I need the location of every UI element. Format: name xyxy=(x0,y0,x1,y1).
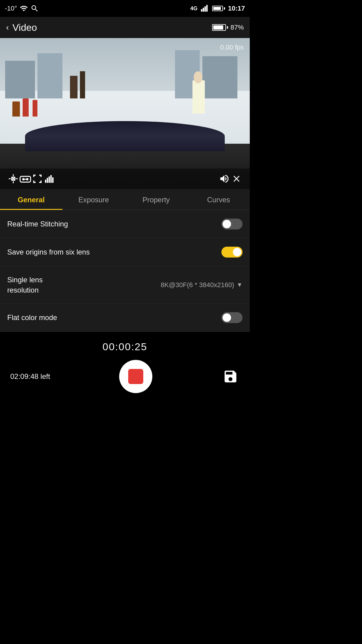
volume-button[interactable] xyxy=(218,173,230,185)
tree-2 xyxy=(80,71,85,98)
status-bar: -10° 4G 10:17 xyxy=(0,0,250,17)
tab-exposure[interactable]: Exposure xyxy=(62,189,125,210)
save-origins-toggle[interactable] xyxy=(221,247,243,258)
realtime-stitching-toggle[interactable] xyxy=(221,219,243,229)
svg-rect-0 xyxy=(201,9,202,11)
status-right: 4G 10:17 xyxy=(190,4,245,13)
building-3 xyxy=(202,56,237,98)
save-origins-row: Save origins from six lens xyxy=(0,238,250,266)
settings-list: Real-time Stitching Save origins from si… xyxy=(0,210,250,332)
status-left: -10° xyxy=(5,4,39,13)
person-right xyxy=(192,80,205,114)
crosshair-icon xyxy=(8,173,19,184)
single-lens-resolution-dropdown[interactable]: 8K@30F(6 * 3840x2160) ▼ xyxy=(160,281,243,289)
close-button[interactable] xyxy=(230,173,243,185)
realtime-stitching-label: Real-time Stitching xyxy=(7,220,221,228)
single-lens-resolution-row: Single lens resolution 8K@30F(6 * 3840x2… xyxy=(0,266,250,304)
record-button[interactable] xyxy=(119,360,152,393)
temperature-label: -10° xyxy=(5,5,17,12)
save-origins-knob xyxy=(233,248,241,256)
svg-rect-14 xyxy=(50,175,52,183)
tab-property[interactable]: Property xyxy=(125,189,187,210)
dark-cover xyxy=(25,121,225,151)
save-button[interactable] xyxy=(221,367,240,386)
header-battery-label: 87% xyxy=(230,24,244,31)
crosshair-button[interactable] xyxy=(7,173,19,185)
back-button[interactable]: ‹ xyxy=(6,23,9,32)
tab-general[interactable]: General xyxy=(0,189,62,210)
single-lens-resolution-label: Single lens resolution xyxy=(7,275,160,295)
network-label: 4G xyxy=(190,5,198,12)
fps-label: 0.00 fps xyxy=(220,43,244,51)
bottom-row: 02:09:48 left xyxy=(7,360,243,393)
flat-color-mode-label: Flat color mode xyxy=(7,313,221,322)
svg-rect-15 xyxy=(52,178,54,183)
vr-button[interactable] xyxy=(19,173,31,185)
timer-display: 00:00:25 xyxy=(103,341,147,353)
building-1 xyxy=(5,61,35,98)
flat-color-mode-toggle[interactable] xyxy=(221,312,243,323)
header-left: ‹ Video xyxy=(6,22,37,33)
svg-point-8 xyxy=(22,178,25,181)
battery-icon xyxy=(212,6,225,11)
realtime-stitching-row: Real-time Stitching xyxy=(0,210,250,238)
chart-icon xyxy=(44,173,55,184)
svg-point-9 xyxy=(26,178,28,181)
save-origins-label: Save origins from six lens xyxy=(7,248,221,256)
video-container: 0.00 fps xyxy=(0,38,250,189)
svg-rect-3 xyxy=(206,5,208,11)
svg-rect-11 xyxy=(45,180,46,183)
time-label: 10:17 xyxy=(228,5,245,12)
volume-icon xyxy=(219,173,230,184)
single-lens-resolution-value: 8K@30F(6 * 3840x2160) xyxy=(160,281,234,289)
header-battery-icon xyxy=(212,24,228,31)
search-icon[interactable] xyxy=(30,4,39,13)
realtime-stitching-knob xyxy=(223,220,231,228)
close-icon xyxy=(231,174,242,184)
wifi-icon xyxy=(20,4,28,13)
person-1 xyxy=(12,101,20,117)
header-right: 87% xyxy=(212,24,244,31)
save-icon xyxy=(223,369,238,384)
svg-rect-2 xyxy=(205,6,206,12)
header: ‹ Video 87% xyxy=(0,17,250,38)
svg-rect-13 xyxy=(49,177,50,183)
vr-icon xyxy=(20,173,31,184)
fullscreen-icon xyxy=(32,173,43,184)
building-2 xyxy=(37,53,62,98)
signal-icon xyxy=(201,4,209,13)
svg-rect-12 xyxy=(47,178,48,183)
bottom-section: 00:00:25 02:09:48 left xyxy=(0,332,250,399)
header-title: Video xyxy=(12,22,37,33)
tabs-container: General Exposure Property Curves xyxy=(0,189,250,210)
person-right-head xyxy=(194,71,202,83)
video-overlay-controls xyxy=(0,168,250,189)
tab-curves[interactable]: Curves xyxy=(187,189,250,210)
fullscreen-button[interactable] xyxy=(31,173,43,185)
dropdown-arrow-icon: ▼ xyxy=(237,281,243,288)
flat-color-mode-row: Flat color mode xyxy=(0,304,250,332)
chart-button[interactable] xyxy=(43,173,56,185)
video-background xyxy=(0,38,250,189)
person-3 xyxy=(33,100,38,117)
person-2 xyxy=(23,98,29,117)
flat-color-mode-knob xyxy=(223,313,231,322)
tree-1 xyxy=(70,76,78,98)
record-inner-icon xyxy=(128,369,143,384)
time-left-label: 02:09:48 left xyxy=(10,372,50,381)
svg-rect-1 xyxy=(203,8,204,12)
